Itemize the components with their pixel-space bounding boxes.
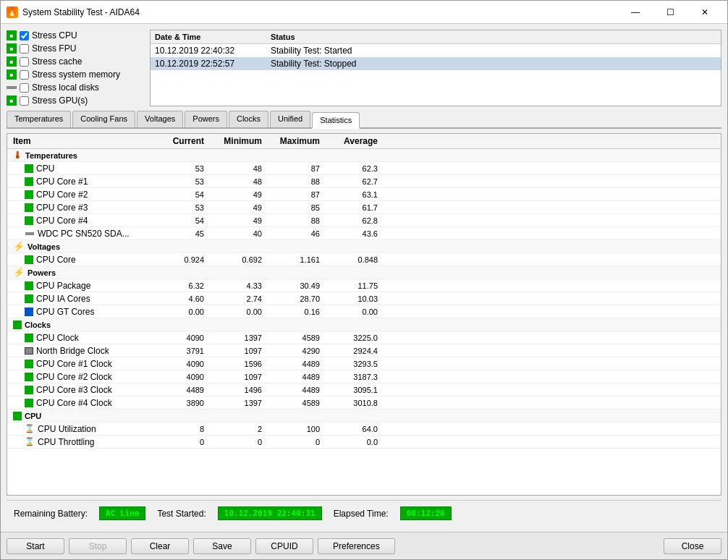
close-window-button[interactable]: ✕ xyxy=(688,1,721,23)
stress-disks-checkbox[interactable] xyxy=(20,83,29,93)
minimize-button[interactable]: — xyxy=(619,1,652,23)
table-row[interactable]: CPU Package 6.32 4.33 30.49 11.75 xyxy=(7,279,721,292)
table-row[interactable]: CPU Core 0.924 0.692 1.161 0.848 xyxy=(7,253,721,266)
table-row[interactable]: North Bridge Clock 3791 1097 4290 2924.4 xyxy=(7,344,721,357)
col-maximum-header: Maximum xyxy=(268,136,326,146)
table-row[interactable]: CPU xyxy=(7,410,721,423)
stress-cache-label: Stress cache xyxy=(32,56,82,67)
row-label: CPU Core #4 Clock xyxy=(7,398,152,408)
tab-cooling-fans[interactable]: Cooling Fans xyxy=(72,111,135,127)
green-icon xyxy=(25,360,33,368)
row-label: CPU Core #2 Clock xyxy=(7,372,152,382)
stress-cache-item: ■ Stress cache xyxy=(7,56,144,67)
green-icon xyxy=(25,177,33,186)
start-button[interactable]: Start xyxy=(7,538,64,554)
row-label: CPU xyxy=(7,164,152,174)
col-average-header: Average xyxy=(326,136,384,146)
power-icon: ⚡ xyxy=(13,267,25,278)
table-row[interactable]: CPU Clock 4090 1397 4589 3225.0 xyxy=(7,331,721,344)
table-row[interactable]: ⌛ CPU Utilization 8 2 100 64.0 xyxy=(7,423,721,436)
remaining-battery-value: AC Line xyxy=(99,506,145,520)
preferences-button[interactable]: Preferences xyxy=(318,538,395,554)
gpu-icon: ■ xyxy=(7,96,17,106)
col-item-header: Item xyxy=(7,136,152,146)
stress-fpu-item: ■ Stress FPU xyxy=(7,43,144,54)
table-row[interactable]: CPU Core #4 Clock 3890 1397 4589 3010.8 xyxy=(7,396,721,410)
tab-temperatures[interactable]: Temperatures xyxy=(7,111,71,127)
maximize-button[interactable]: ☐ xyxy=(653,1,687,23)
window-title: System Stability Test - AIDA64 xyxy=(22,7,619,17)
log-row-0[interactable]: 10.12.2019 22:40:32 Stability Test: Star… xyxy=(151,44,721,57)
col-minimum-header: Minimum xyxy=(210,136,268,146)
table-row[interactable]: 🌡 Temperatures xyxy=(7,149,721,162)
table-row[interactable]: ⌛ CPU Throttling 0 0 0 0.0 xyxy=(7,436,721,449)
tab-clocks[interactable]: Clocks xyxy=(229,111,268,127)
table-row[interactable]: CPU GT Cores 0.00 0.00 0.16 0.00 xyxy=(7,305,721,318)
stress-memory-label: Stress system memory xyxy=(32,69,120,80)
row-label: CPU Core #3 xyxy=(7,203,152,213)
table-row[interactable]: ⚡ Powers xyxy=(7,266,721,279)
log-header: Date & Time Status xyxy=(151,30,721,44)
green-icon xyxy=(25,281,33,290)
log-status-header: Status xyxy=(271,33,716,41)
green-icon xyxy=(13,321,22,329)
log-row-1[interactable]: 10.12.2019 22:52:57 Stability Test: Stop… xyxy=(151,57,721,70)
statistics-panel: Item Current Minimum Maximum Average 🌡 T… xyxy=(7,133,721,496)
tab-statistics[interactable]: Statistics xyxy=(312,112,360,129)
green-icon xyxy=(25,294,33,303)
table-row[interactable]: Clocks xyxy=(7,318,721,331)
col-current-header: Current xyxy=(152,136,210,146)
stress-cpu-checkbox[interactable] xyxy=(20,31,29,41)
table-row[interactable]: CPU Core #1 53 48 88 62.7 xyxy=(7,175,721,188)
table-row[interactable]: CPU 53 48 87 62.3 xyxy=(7,162,721,175)
clear-button[interactable]: Clear xyxy=(131,538,189,554)
table-row[interactable]: ⚡ Voltages xyxy=(7,240,721,253)
green-icon xyxy=(25,399,33,407)
green-icon xyxy=(25,164,33,173)
tab-voltages[interactable]: Voltages xyxy=(137,111,183,127)
table-row[interactable]: CPU Core #1 Clock 4090 1596 4489 3293.5 xyxy=(7,357,721,370)
log-status-0: Stability Test: Started xyxy=(271,46,716,56)
row-label: CPU Core #1 xyxy=(7,177,152,187)
remaining-battery-label: Remaining Battery: xyxy=(14,509,88,519)
green-icon xyxy=(13,412,22,420)
cache-icon: ■ xyxy=(7,56,17,67)
close-button[interactable]: Close xyxy=(664,538,721,554)
green-icon xyxy=(25,255,33,264)
thermo-icon: 🌡 xyxy=(13,150,22,161)
main-content: ■ Stress CPU ■ Stress FPU ■ Stress cache… xyxy=(1,24,727,532)
table-row[interactable]: CPU Core #2 Clock 4090 1097 4489 3187.3 xyxy=(7,370,721,383)
row-label: 🌡 Temperatures xyxy=(7,150,152,161)
row-label: CPU Core #1 Clock xyxy=(7,359,152,369)
stress-gpu-checkbox[interactable] xyxy=(20,96,29,106)
tabs-section: Temperatures Cooling Fans Voltages Power… xyxy=(7,111,721,129)
stress-memory-checkbox[interactable] xyxy=(20,70,29,80)
save-button[interactable]: Save xyxy=(193,538,251,554)
stress-cache-checkbox[interactable] xyxy=(20,57,29,67)
row-label: ⚡ Powers xyxy=(7,267,152,278)
green-icon xyxy=(25,386,33,394)
table-row[interactable]: CPU Core #2 54 49 87 63.1 xyxy=(7,188,721,201)
stop-button[interactable]: Stop xyxy=(69,538,127,554)
table-row[interactable]: WDC PC SN520 SDA... 45 40 46 43.6 xyxy=(7,227,721,240)
elapsed-time-value: 00:12:26 xyxy=(400,506,452,520)
table-row[interactable]: CPU Core #3 Clock 4489 1496 4489 3095.1 xyxy=(7,383,721,396)
stress-cpu-label: Stress CPU xyxy=(32,30,77,41)
table-row[interactable]: CPU IA Cores 4.60 2.74 28.70 10.03 xyxy=(7,292,721,305)
tab-powers[interactable]: Powers xyxy=(185,111,227,127)
main-window: 🔥 System Stability Test - AIDA64 — ☐ ✕ ■… xyxy=(0,0,728,560)
stress-fpu-checkbox[interactable] xyxy=(20,44,29,54)
row-label: ⚡ Voltages xyxy=(7,241,152,252)
row-label: ⌛ CPU Utilization xyxy=(7,424,152,434)
table-row[interactable]: CPU Core #4 54 49 88 62.8 xyxy=(7,214,721,227)
green-icon xyxy=(25,373,33,381)
stress-gpu-item: ■ Stress GPU(s) xyxy=(7,95,144,106)
row-label: CPU Package xyxy=(7,281,152,291)
tab-unified[interactable]: Unified xyxy=(270,111,310,127)
tab-bar: Temperatures Cooling Fans Voltages Power… xyxy=(7,111,721,129)
disk-icon xyxy=(7,86,17,89)
stress-cpu-item: ■ Stress CPU xyxy=(7,30,144,41)
fpu-icon: ■ xyxy=(7,43,17,54)
table-row[interactable]: CPU Core #3 53 49 85 61.7 xyxy=(7,201,721,214)
cpuid-button[interactable]: CPUID xyxy=(255,538,313,554)
